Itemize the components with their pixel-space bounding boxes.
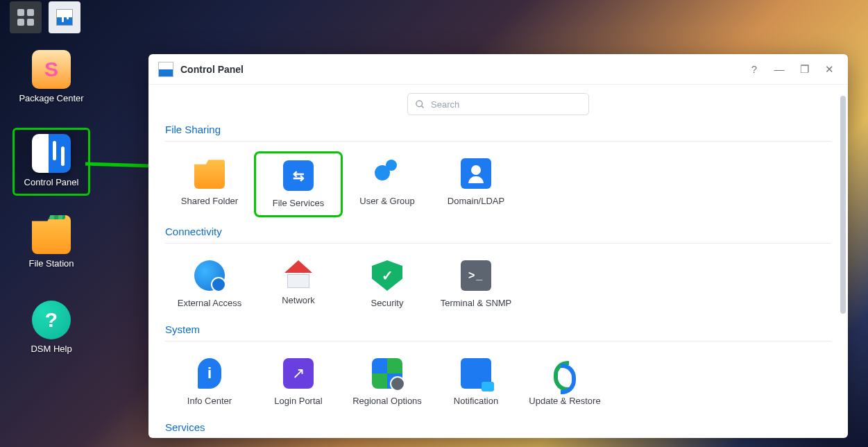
control-panel-window: Control Panel ? — ❐ ✕ File Sharing Share… [148,54,848,438]
desktop-icon-package-center[interactable]: Package Center [12,46,90,110]
section-title-system: System [165,323,831,335]
item-label: External Access [168,298,251,308]
section-connectivity: External Access Network Security Termina… [165,253,831,315]
login-portal-icon [283,358,314,389]
apps-grid-icon [17,9,34,26]
network-icon [283,260,314,288]
item-label: Notification [434,396,518,406]
item-label: Terminal & SNMP [434,298,518,308]
taskbar-control-panel-button[interactable] [49,1,80,33]
user-group-icon [372,158,402,189]
section-title-file-sharing: File Sharing [165,124,831,135]
shared-folder-icon [194,158,225,189]
file-station-icon [32,215,71,254]
window-content: File Sharing Shared Folder File Services… [148,121,848,438]
item-security[interactable]: Security [343,253,432,315]
desktop-icon-control-panel[interactable]: Control Panel [12,128,90,196]
desktop-icon-label: DSM Help [14,344,89,355]
item-shared-folder[interactable]: Shared Folder [165,151,254,217]
notification-icon [461,358,491,389]
item-label: User & Group [346,196,429,206]
external-access-icon [194,260,225,291]
control-panel-icon [158,62,173,77]
taskbar-apps-button[interactable] [10,1,42,33]
section-system: Info Center Login Portal Regional Option… [165,351,831,413]
divider [165,141,831,142]
section-title-services: Services [165,421,831,433]
help-icon [32,301,71,339]
svg-point-1 [416,100,423,106]
item-label: Update & Restore [523,396,606,406]
regional-options-icon [372,358,402,389]
minimize-button[interactable]: — [770,60,788,78]
item-terminal-snmp[interactable]: Terminal & SNMP [432,253,520,315]
window-title: Control Panel [180,64,244,75]
desktop-icon-label: File Station [14,258,89,269]
search-box[interactable] [407,93,589,115]
info-center-icon [198,358,221,389]
desktop-icon-dsm-help[interactable]: DSM Help [12,296,90,360]
section-title-connectivity: Connectivity [165,226,831,237]
minimize-icon: — [774,63,785,75]
window-titlebar[interactable]: Control Panel ? — ❐ ✕ [148,54,848,85]
item-label: Login Portal [257,396,340,406]
item-file-services[interactable]: File Services [254,151,343,217]
security-icon [372,260,402,291]
search-icon [415,99,425,110]
divider [165,341,831,341]
terminal-icon [461,260,491,291]
control-panel-icon [32,134,71,173]
item-login-portal[interactable]: Login Portal [254,351,343,413]
item-label: Network [257,295,340,305]
item-user-group[interactable]: User & Group [343,151,432,217]
close-button[interactable]: ✕ [820,60,838,78]
item-external-access[interactable]: External Access [165,253,254,315]
scrollbar-thumb[interactable] [840,96,846,314]
file-services-icon [283,160,314,191]
item-domain-ldap[interactable]: Domain/LDAP [432,151,520,217]
update-restore-icon [550,358,580,389]
divider [165,243,831,244]
maximize-icon: ❐ [800,63,809,76]
item-regional-options[interactable]: Regional Options [343,351,432,413]
search-input[interactable] [431,99,581,110]
section-file-sharing: Shared Folder File Services User & Group… [165,151,831,217]
item-label: Shared Folder [168,196,251,206]
desktop-icon-label: Control Panel [16,177,87,188]
item-notification[interactable]: Notification [432,351,520,413]
question-icon: ? [751,63,757,75]
svg-line-2 [421,106,423,108]
control-panel-icon [56,9,73,26]
package-center-icon [32,50,71,89]
item-network[interactable]: Network [254,253,343,315]
taskbar [0,0,90,35]
item-info-center[interactable]: Info Center [165,351,254,413]
item-label: Security [346,298,429,308]
item-label: Regional Options [346,396,429,406]
search-bar [148,85,848,121]
desktop-icon-file-station[interactable]: File Station [12,211,90,275]
item-update-restore[interactable]: Update & Restore [520,351,609,413]
close-icon: ✕ [825,63,834,76]
domain-ldap-icon [461,158,491,189]
desktop-icon-label: Package Center [14,93,89,104]
item-label: Domain/LDAP [434,196,518,206]
help-button[interactable]: ? [745,60,763,78]
maximize-button[interactable]: ❐ [795,60,813,78]
window-scrollbar[interactable] [840,96,846,431]
item-label: Info Center [168,396,251,406]
item-label: File Services [259,198,338,208]
